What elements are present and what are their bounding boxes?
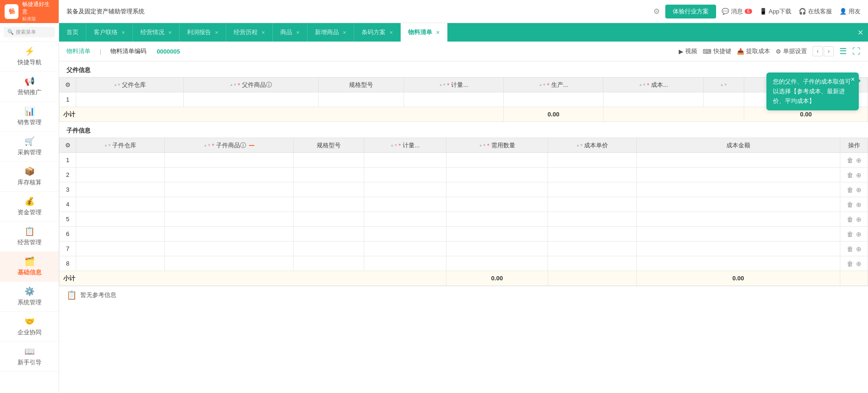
- delete-row-1-button[interactable]: 🗑: [847, 157, 853, 164]
- system-title: 装备及固定资产辅助管理系统: [66, 7, 648, 16]
- delete-row-3-button[interactable]: 🗑: [847, 186, 853, 193]
- child-r1-warehouse[interactable]: [76, 153, 165, 168]
- video-button[interactable]: ▶ 视频: [679, 47, 697, 55]
- copy-row-1-button[interactable]: ⊕: [856, 157, 862, 164]
- parent-row-1-spec[interactable]: [318, 92, 404, 107]
- delete-row-5-button[interactable]: 🗑: [847, 216, 853, 223]
- scan-badge[interactable]: [249, 145, 254, 146]
- tab-barcode[interactable]: 条码方案 ✕: [354, 23, 401, 42]
- parent-row-1-produce[interactable]: [504, 92, 603, 107]
- copy-row-2-button[interactable]: ⊕: [856, 171, 862, 179]
- tab-goods[interactable]: 商品 ✕: [273, 23, 307, 42]
- copy-row-4-button[interactable]: ⊕: [856, 201, 862, 208]
- breadcrumb-parent[interactable]: 物料清单: [66, 47, 90, 55]
- parent-row-1-extra[interactable]: [703, 92, 744, 107]
- copy-row-6-button[interactable]: ⊕: [856, 230, 862, 238]
- sidebar-item-collab[interactable]: 🤝 企业协同: [0, 312, 59, 342]
- delete-row-2-button[interactable]: 🗑: [847, 171, 853, 179]
- child-r1-spec[interactable]: [294, 153, 364, 168]
- shortcut-button[interactable]: ⌨ 快捷键: [703, 47, 731, 55]
- parent-th-gear[interactable]: ⚙: [60, 78, 76, 92]
- sidebar-item-guide[interactable]: 📖 新手引导: [0, 342, 59, 372]
- tab-home[interactable]: 首页: [59, 23, 86, 42]
- app-download-button[interactable]: 📱 App下载: [760, 7, 791, 16]
- child-subtotal-amount: 0.00: [636, 271, 840, 286]
- tab-business[interactable]: 经营情况 ✕: [133, 23, 180, 42]
- tab-newgoods-close[interactable]: ✕: [343, 30, 346, 35]
- trial-button[interactable]: 体验行业方案: [665, 5, 716, 18]
- child-r1-amount[interactable]: [636, 153, 840, 168]
- tab-customer-close[interactable]: ✕: [121, 30, 125, 35]
- tab-goods-close[interactable]: ✕: [296, 30, 300, 35]
- child-r1-product[interactable]: [164, 153, 294, 168]
- tab-profit[interactable]: 利润报告 ✕: [180, 23, 226, 42]
- delete-row-6-button[interactable]: 🗑: [847, 230, 853, 238]
- child-th-spec: 规格型号: [294, 138, 364, 153]
- delete-row-8-button[interactable]: 🗑: [847, 260, 853, 267]
- sidebar-item-marketing[interactable]: 📢 营销推广: [0, 72, 59, 102]
- gear-icon[interactable]: ⚙: [653, 7, 660, 16]
- copy-row-5-button[interactable]: ⊕: [856, 216, 862, 223]
- sidebar-item-purchase[interactable]: 🛒 采购管理: [0, 132, 59, 162]
- parent-th-unit: ▲▼ *计量...: [404, 78, 503, 92]
- parent-row-1-unit[interactable]: [404, 92, 503, 107]
- next-record-button[interactable]: ›: [824, 46, 834, 56]
- service-button[interactable]: 🎧 在线客服: [799, 7, 832, 16]
- parent-row-1-product[interactable]: [183, 92, 318, 107]
- sidebar-item-basic[interactable]: 🗂️ 基础信息: [0, 252, 59, 282]
- parent-th-extra: ▲▼: [703, 78, 744, 92]
- parent-table-container: ⚙ ▲▼ 父件仓库 ▲▼ *父件商品ⓘ: [59, 77, 868, 122]
- tab-profit-close[interactable]: ✕: [215, 30, 218, 35]
- user-menu-button[interactable]: 👤 用友: [839, 7, 861, 16]
- search-menu-button[interactable]: 🔍 搜索菜单: [4, 27, 55, 37]
- parent-section-title: 父件信息: [59, 61, 868, 77]
- child-r1-unitcost[interactable]: [548, 153, 637, 168]
- sidebar-header[interactable]: 畅 畅捷通好生意 标准版: [0, 0, 59, 23]
- tab-bomlist[interactable]: 物料清单 ✕: [401, 23, 447, 42]
- child-r2-unitcost[interactable]: [548, 168, 637, 182]
- child-subtotal-qty: 0.00: [446, 271, 548, 286]
- sidebar-item-inventory[interactable]: 📦 库存核算: [0, 162, 59, 192]
- settings-label: 单据设置: [783, 47, 807, 55]
- sidebar-item-quicknav[interactable]: ⚡ 快捷导航: [0, 42, 59, 72]
- tab-history[interactable]: 经营历程 ✕: [226, 23, 273, 42]
- child-th-action: 操作: [840, 138, 868, 153]
- delete-row-7-button[interactable]: 🗑: [847, 245, 853, 253]
- parent-row-1-cost[interactable]: [603, 92, 703, 107]
- child-r2-qty[interactable]: [446, 168, 548, 182]
- single-settings-button[interactable]: ⚙ 单据设置: [776, 47, 807, 55]
- menu-view-button[interactable]: ☰: [839, 46, 847, 56]
- copy-row-8-button[interactable]: ⊕: [856, 260, 862, 267]
- message-button[interactable]: 💬 消息 6: [722, 7, 752, 16]
- child-r1-qty[interactable]: [446, 153, 548, 168]
- sidebar-item-finance[interactable]: 💰 资金管理: [0, 192, 59, 222]
- tab-bomlist-close[interactable]: ✕: [436, 30, 440, 35]
- close-all-tabs-button[interactable]: ✕: [853, 28, 868, 37]
- tab-newgoods[interactable]: 新增商品 ✕: [307, 23, 354, 42]
- sidebar-item-operations[interactable]: 📋 经营管理: [0, 222, 59, 252]
- tab-barcode-close[interactable]: ✕: [389, 30, 393, 35]
- tab-customer[interactable]: 客户联络 ✕: [86, 23, 133, 42]
- sidebar-item-sales[interactable]: 📊 销售管理: [0, 102, 59, 132]
- tab-business-close[interactable]: ✕: [168, 30, 172, 35]
- prev-record-button[interactable]: ‹: [813, 46, 823, 56]
- delete-row-4-button[interactable]: 🗑: [847, 201, 853, 208]
- tooltip-close-button[interactable]: ✕: [850, 75, 855, 84]
- child-r2-unit[interactable]: [364, 168, 446, 182]
- copy-row-3-button[interactable]: ⊕: [856, 186, 862, 193]
- parent-row-1-warehouse[interactable]: [76, 92, 184, 107]
- child-th-gear[interactable]: ⚙: [60, 138, 76, 153]
- child-row-5: 5 🗑⊕: [60, 212, 868, 227]
- tab-history-close[interactable]: ✕: [261, 30, 265, 35]
- child-r1-unit[interactable]: [364, 153, 446, 168]
- child-r2-amount[interactable]: [636, 168, 840, 182]
- copy-row-7-button[interactable]: ⊕: [856, 245, 862, 253]
- fullscreen-button[interactable]: ⛶: [852, 47, 861, 56]
- doc-code-label: 物料清单编码: [110, 47, 146, 55]
- extract-cost-button[interactable]: 📥 提取成本: [737, 47, 770, 55]
- child-r2-product[interactable]: [164, 168, 294, 182]
- sidebar-item-system[interactable]: ⚙️ 系统管理: [0, 282, 59, 312]
- child-r2-spec[interactable]: [294, 168, 364, 182]
- child-r2-warehouse[interactable]: [76, 168, 165, 182]
- nav-arrows: ‹ ›: [813, 46, 834, 56]
